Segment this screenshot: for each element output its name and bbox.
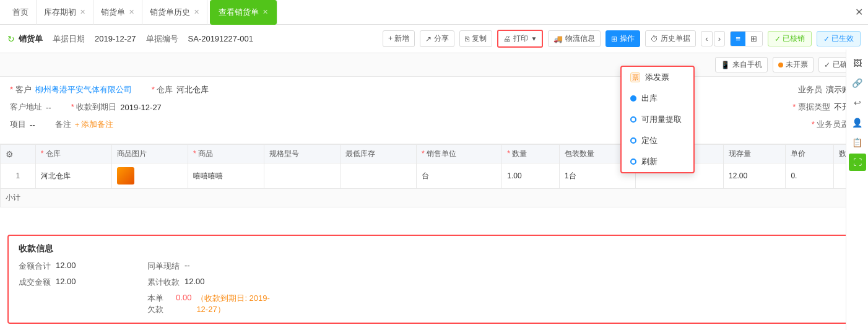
print-icon: 🖨: [503, 35, 511, 43]
print-button[interactable]: 🖨 打印 ▼: [497, 30, 543, 48]
cumulative-value: 12.00: [184, 277, 205, 288]
sales-staff-label: 业务员孟: [812, 119, 849, 130]
share-label: 分享: [434, 33, 449, 44]
customer-value[interactable]: 柳州粤港平安气体有限公司: [35, 84, 132, 95]
new-label: + 新增: [388, 33, 409, 44]
grid-view-button[interactable]: ⊞: [745, 32, 762, 46]
tab-inventory-init[interactable]: 库存期初 ✕: [37, 0, 93, 25]
current-owed-value: 0.00: [176, 293, 191, 315]
date-label: 单据日期: [53, 33, 85, 45]
invoice-status-label: 未开票: [786, 59, 808, 70]
history-button[interactable]: ⏱ 历史单据: [645, 30, 696, 47]
row-img: [111, 163, 188, 189]
row-stock: 12.00: [724, 163, 786, 189]
ops-button[interactable]: ⊞ 操作: [605, 30, 640, 47]
tab-inventory-close[interactable]: ✕: [80, 8, 85, 16]
ops-icon: ⊞: [611, 35, 617, 43]
share-button[interactable]: ↗ 分享: [420, 30, 454, 47]
settings-icon[interactable]: ⚙: [6, 149, 14, 159]
due-date-value: 2019-12-27: [120, 103, 162, 112]
tab-view-sales[interactable]: 查看销货单 ✕: [210, 0, 277, 25]
add-note-button[interactable]: + 添加备注: [75, 119, 114, 130]
form-row-2: 客户地址 -- 收款到期日 2019-12-27 票据类型 不开票: [10, 102, 858, 113]
tab-home[interactable]: 首页: [5, 0, 37, 25]
ticket-type-label: 票据类型: [792, 102, 830, 113]
no-value: SA-20191227-001: [188, 34, 254, 43]
locate-icon: [630, 137, 636, 144]
table-header-row: ⚙ * 仓库 商品图片 * 商品 规格型号 最低库存 * 销售单位 * 数量 包…: [1, 145, 868, 163]
next-button[interactable]: ›: [714, 31, 725, 46]
sub-toolbar: 📱 来自手机 未开票 ✓ 已确认: [0, 53, 868, 77]
col-price: 单价: [786, 145, 834, 163]
due-date-label: 收款到期日: [71, 102, 117, 113]
deal-amount-value: 12.00: [56, 277, 76, 288]
history-icon: ⏱: [651, 35, 658, 43]
customer-field: 客户 柳州粤港平安气体有限公司: [10, 84, 132, 95]
col-stock: 现存量: [724, 145, 786, 163]
refresh-icon: [630, 158, 636, 165]
new-button[interactable]: + 新增: [383, 30, 415, 47]
sidebar-expand-btn[interactable]: ⛶: [849, 154, 866, 171]
doc-icon: ↻: [7, 34, 15, 44]
col-product: * 商品: [188, 145, 264, 163]
sidebar-user-btn[interactable]: 👤: [849, 114, 866, 131]
locate-item[interactable]: 定位: [622, 130, 693, 151]
list-view-button[interactable]: ≡: [731, 32, 745, 46]
deal-amount-label: 成交金额: [19, 277, 51, 288]
warehouse-value: 河北仓库: [176, 84, 209, 95]
from-phone-button[interactable]: 📱 来自手机: [715, 57, 768, 72]
due-note: （收款到期日: 2019-12-27）: [196, 293, 271, 315]
tab-history-close[interactable]: ✕: [194, 8, 199, 16]
form-area: 客户 柳州粤港平安气体有限公司 仓库 河北仓库 业务员 演示账号 客户地址 --: [0, 77, 868, 144]
logistics-button[interactable]: 🚚 物流信息: [548, 30, 601, 47]
row-warehouse: 河北仓库: [35, 163, 111, 189]
note-field: 备注 + 添加备注: [55, 119, 114, 130]
check2-icon: ✓: [823, 35, 830, 43]
tab-sales-close[interactable]: ✕: [129, 8, 134, 16]
due-date-field: 收款到期日 2019-12-27: [71, 102, 162, 113]
customer-label: 客户: [10, 84, 32, 95]
invoice-status-button[interactable]: 未开票: [773, 57, 814, 72]
same-order-value: --: [184, 261, 190, 272]
note-label: 备注: [55, 119, 71, 130]
staff-label: 业务员: [798, 84, 822, 95]
payment-grid: 金额合计 12.00 同单现结 -- 成交金额 12.00 累计收款 12.00: [19, 261, 849, 315]
share-icon: ↗: [425, 35, 432, 43]
address-label: 客户地址: [10, 102, 42, 113]
add-note-label: 添加备注: [81, 119, 113, 130]
tab-view-close[interactable]: ✕: [263, 8, 268, 16]
print-label: 打印: [513, 33, 528, 44]
same-order-item: 同单现结 --: [147, 261, 271, 272]
warehouse-field: 仓库 河北仓库: [152, 84, 209, 95]
address-field: 客户地址 --: [10, 102, 51, 113]
prev-button[interactable]: ‹: [701, 31, 712, 46]
tab-inventory-label: 库存期初: [44, 7, 76, 18]
sidebar-image-btn[interactable]: 🖼: [849, 54, 866, 72]
plus-icon: +: [75, 120, 80, 129]
badge-cancelled: ✓ 已核销: [768, 31, 812, 46]
doc-title: 销货单: [19, 33, 43, 45]
badge-effective: ✓ 已生效: [817, 31, 861, 46]
sidebar-return-btn[interactable]: ↩: [849, 94, 866, 111]
tab-sales-history[interactable]: 销货单历史 ✕: [142, 0, 207, 25]
right-sidebar: 🖼 🔗 ↩ 👤 📋 ⛶: [846, 50, 868, 330]
outbound-item[interactable]: 出库: [622, 88, 693, 109]
refresh-item[interactable]: 刷新: [622, 151, 693, 172]
available-qty-item[interactable]: 可用量提取: [622, 109, 693, 130]
tab-sales-order[interactable]: 销货单 ✕: [93, 0, 142, 25]
add-invoice-item[interactable]: 票 添发票: [622, 67, 693, 88]
check-icon: ✓: [775, 35, 781, 43]
tab-sales-label: 销货单: [101, 7, 125, 18]
available-qty-label: 可用量提取: [641, 114, 682, 125]
history-label: 历史单据: [661, 33, 690, 44]
table-row: 1 河北仓库 嘻嘻嘻嘻 台 1.00 1台 12.00 0.: [1, 163, 868, 189]
sidebar-link-btn[interactable]: 🔗: [849, 74, 866, 92]
window-close-button[interactable]: ✕: [855, 6, 863, 18]
add-invoice-label: 添发票: [645, 72, 669, 83]
total-amount-label: 金额合计: [19, 261, 51, 272]
sidebar-clipboard-btn[interactable]: 📋: [849, 134, 866, 151]
payment-title: 收款信息: [19, 243, 849, 254]
copy-button[interactable]: ⎘ 复制: [459, 30, 492, 47]
row-product: 嘻嘻嘻嘻: [188, 163, 264, 189]
outbound-label: 出库: [641, 93, 658, 104]
